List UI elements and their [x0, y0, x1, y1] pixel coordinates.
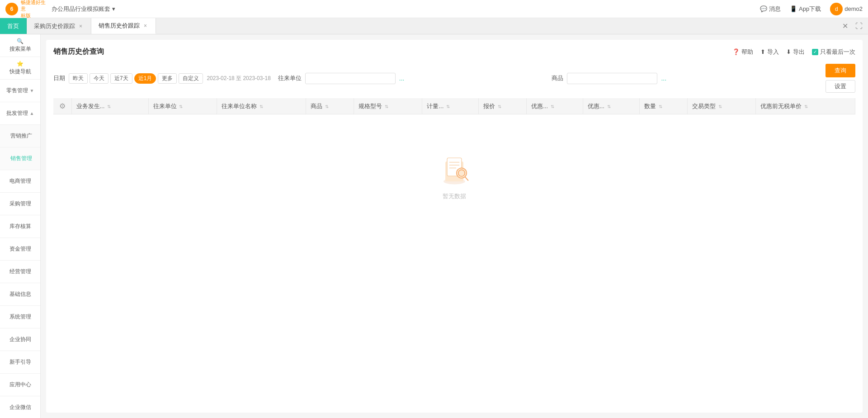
- sidebar-item-ecommerce[interactable]: 电商管理: [0, 170, 40, 193]
- date-btn-more[interactable]: 更多: [158, 73, 177, 84]
- th-partner-name[interactable]: 往来单位名称 ⇅: [217, 98, 306, 114]
- message-icon: 💬: [760, 5, 767, 12]
- logo-text: 畅捷通好生意 标版: [21, 0, 46, 19]
- user-menu[interactable]: d demo2: [830, 3, 863, 15]
- customer-filter-group: 往来单位 ...: [278, 73, 545, 84]
- export-button[interactable]: ⬇ 导出: [786, 48, 805, 56]
- message-button[interactable]: 💬 消息: [760, 5, 781, 13]
- tab-purchase-close[interactable]: ×: [78, 23, 84, 30]
- sidebar-item-search[interactable]: 🔍 搜索菜单: [0, 34, 40, 57]
- th-discount1[interactable]: 优惠... ⇅: [527, 98, 583, 114]
- tab-purchase[interactable]: 采购历史价跟踪 ×: [27, 18, 91, 34]
- date-btn-custom[interactable]: 自定义: [179, 73, 203, 84]
- customer-lookup-button[interactable]: ...: [399, 75, 405, 82]
- only-last-checkbox-label[interactable]: ✓ 只看最后一次: [812, 48, 855, 56]
- sidebar-item-inventory[interactable]: 库存核算: [0, 215, 40, 238]
- sidebar-item-guide[interactable]: 新手引导: [0, 351, 40, 374]
- th-quoted-price[interactable]: 报价 ⇅: [479, 98, 527, 114]
- sort-icon: ⇅: [498, 104, 501, 109]
- date-btn-7days[interactable]: 近7天: [110, 73, 132, 84]
- page-title-bar: 销售历史价查询 ❓ 帮助 ⬆ 导入 ⬇ 导出: [53, 47, 855, 57]
- tab-home[interactable]: 首页: [0, 18, 27, 34]
- th-biz-date[interactable]: 业务发生... ⇅: [71, 98, 148, 114]
- sidebar-item-finance[interactable]: 资金管理: [0, 238, 40, 261]
- sidebar-item-appstore[interactable]: 应用中心: [0, 374, 40, 396]
- th-trade-type[interactable]: 交易类型 ⇅: [687, 98, 755, 114]
- app-download-button[interactable]: 📱 App下载: [790, 5, 821, 13]
- chevron-down-icon: ▼: [30, 88, 34, 93]
- workspace-dropdown[interactable]: 办公用品行业模拟账套 ▾: [46, 5, 760, 13]
- date-label: 日期: [53, 74, 65, 82]
- goods-filter-group: 商品 ...: [552, 73, 818, 84]
- expand-button[interactable]: ⛶: [854, 21, 864, 31]
- th-quantity[interactable]: 数量 ⇅: [640, 98, 688, 114]
- goods-lookup-button[interactable]: ...: [661, 75, 666, 82]
- sort-icon: ⇅: [551, 104, 554, 109]
- th-spec[interactable]: 规格型号 ⇅: [354, 98, 422, 114]
- empty-state: 暂无数据: [53, 114, 855, 237]
- th-pretax-price[interactable]: 优惠前无税单价 ⇅: [756, 98, 855, 114]
- empty-state-icon: [436, 151, 472, 187]
- date-btn-1month[interactable]: 近1月: [134, 73, 156, 84]
- th-goods[interactable]: 商品 ⇅: [306, 98, 354, 114]
- goods-label: 商品: [552, 74, 563, 82]
- app-icon: 📱: [790, 5, 797, 12]
- th-discount2[interactable]: 优惠... ⇅: [583, 98, 640, 114]
- only-last-checkbox[interactable]: ✓: [812, 49, 818, 55]
- th-partner-code[interactable]: 往来单位 ⇅: [148, 98, 217, 114]
- help-button[interactable]: ❓ 帮助: [732, 48, 753, 56]
- date-btn-today[interactable]: 今天: [90, 73, 108, 84]
- th-settings[interactable]: ⚙: [53, 98, 71, 114]
- sort-icon: ⇅: [385, 104, 388, 109]
- search-icon: 🔍: [17, 38, 24, 44]
- tab-actions: ✕ ⛶: [840, 18, 868, 34]
- sidebar-item-operation[interactable]: 经营管理: [0, 261, 40, 283]
- logo-icon: 6: [5, 3, 18, 15]
- tab-sales[interactable]: 销售历史价跟踪 ×: [91, 18, 156, 34]
- top-header: 6 畅捷通好生意 标版 办公用品行业模拟账套 ▾ 💬 消息 📱 App下载 d …: [0, 0, 868, 18]
- query-button[interactable]: 查询: [826, 64, 855, 77]
- shortcut-icon: ⭐: [17, 61, 24, 67]
- sidebar-item-retail[interactable]: 零售管理 ▼: [0, 80, 40, 102]
- date-btn-yesterday[interactable]: 昨天: [69, 73, 88, 84]
- chevron-down-icon: ▾: [112, 5, 115, 12]
- sort-icon: ⇅: [718, 104, 722, 109]
- goods-input[interactable]: [567, 73, 657, 84]
- setting-button[interactable]: 设置: [826, 80, 855, 93]
- close-all-tabs-button[interactable]: ✕: [840, 21, 850, 31]
- table-header-row: ⚙ 业务发生... ⇅ 往来单位 ⇅ 往来单位名称: [53, 98, 855, 114]
- sort-icon: ⇅: [804, 104, 808, 109]
- sidebar-item-sales-mgmt[interactable]: 销售管理: [0, 147, 40, 170]
- chevron-up-icon: ▲: [30, 111, 34, 116]
- page-content: 销售历史价查询 ❓ 帮助 ⬆ 导入 ⬇ 导出: [41, 34, 868, 418]
- sidebar-item-purchase[interactable]: 采购管理: [0, 193, 40, 215]
- header-right: 💬 消息 📱 App下载 d demo2: [760, 3, 863, 15]
- settings-icon[interactable]: ⚙: [59, 102, 66, 110]
- sort-icon: ⇅: [259, 104, 263, 109]
- data-table: ⚙ 业务发生... ⇅ 往来单位 ⇅ 往来单位名称: [53, 98, 855, 114]
- sidebar-item-shortcut[interactable]: ⭐ 快捷导航: [0, 57, 40, 80]
- th-unit[interactable]: 计量... ⇅: [422, 98, 479, 114]
- sidebar: 🔍 搜索菜单 ⭐ 快捷导航 零售管理 ▼ 批发管理 ▲ 营销推广 销售管理 电商…: [0, 34, 41, 418]
- content-area: 销售历史价查询 ❓ 帮助 ⬆ 导入 ⬇ 导出: [41, 34, 868, 418]
- sidebar-item-enterprise[interactable]: 企业协同: [0, 328, 40, 351]
- date-range-text: 2023-02-18 至 2023-03-18: [207, 75, 270, 82]
- filter-buttons: 查询 设置: [826, 64, 855, 93]
- main-layout: 🔍 搜索菜单 ⭐ 快捷导航 零售管理 ▼ 批发管理 ▲ 营销推广 销售管理 电商…: [0, 34, 868, 418]
- customer-input[interactable]: [305, 73, 396, 84]
- sidebar-item-wechat[interactable]: 企业微信: [0, 396, 40, 418]
- date-filter-group: 日期 昨天 今天 近7天 近1月 更多 自定义 2023-02-18 至 202…: [53, 73, 271, 84]
- import-button[interactable]: ⬆ 导入: [760, 48, 779, 56]
- sidebar-item-basic[interactable]: 基础信息: [0, 283, 40, 306]
- avatar: d: [830, 3, 843, 15]
- sort-icon: ⇅: [607, 104, 611, 109]
- export-icon: ⬇: [786, 48, 791, 55]
- title-actions: ❓ 帮助 ⬆ 导入 ⬇ 导出 ✓ 只看最后一次: [732, 48, 855, 56]
- tab-sales-close[interactable]: ×: [142, 22, 148, 29]
- sidebar-item-marketing[interactable]: 营销推广: [0, 125, 40, 147]
- sort-icon: ⇅: [659, 104, 662, 109]
- sort-icon: ⇅: [179, 104, 183, 109]
- sort-icon: ⇅: [107, 104, 111, 109]
- sidebar-item-system[interactable]: 系统管理: [0, 306, 40, 328]
- sidebar-item-wholesale[interactable]: 批发管理 ▲: [0, 102, 40, 125]
